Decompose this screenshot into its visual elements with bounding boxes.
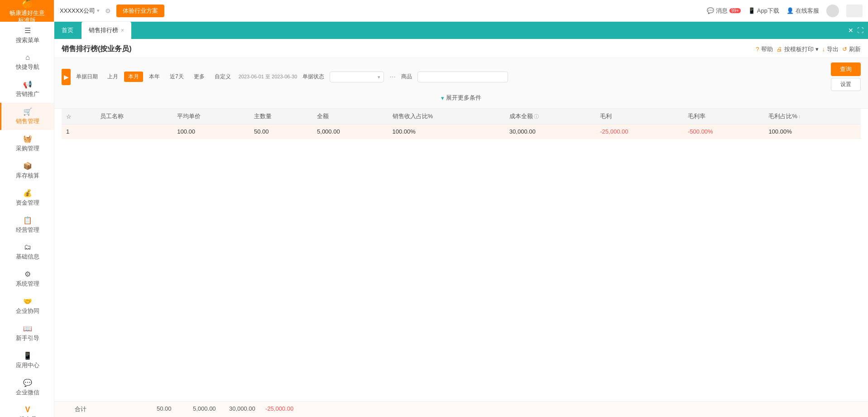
date-opt-7days[interactable]: 近7天 — [166, 72, 188, 82]
status-select[interactable] — [330, 72, 384, 82]
date-range-display: 2023-06-01 至 2023-06-30 — [239, 73, 297, 80]
guide-icon: 📖 — [23, 324, 32, 333]
filter-toggle-button[interactable]: ▶ — [62, 69, 71, 85]
help-icon: ? — [756, 46, 759, 53]
operation-icon: 📋 — [23, 216, 32, 225]
col-rank: ☆ — [62, 109, 96, 125]
sidebar: 🍊 畅康通好生意标准版 ☰ 搜索菜单 ⌂ 快捷导航 📢 营销推广 🛒 销售管理 … — [0, 0, 54, 417]
col-employee: 员工名称 — [96, 109, 173, 125]
footer-quantity: 50.00 — [152, 405, 188, 413]
footer-amount: 5,000.00 — [188, 405, 225, 413]
sidebar-item-search[interactable]: ☰ 搜索菜单 — [0, 22, 54, 49]
home-icon: ⌂ — [25, 53, 30, 62]
refresh-icon: ↺ — [842, 46, 847, 53]
inventory-icon: 📦 — [23, 162, 32, 170]
sidebar-item-sales[interactable]: 🛒 销售管理 — [0, 103, 54, 130]
appcenter-icon: 📱 — [23, 351, 32, 360]
message-button[interactable]: 💬 消息 99+ — [707, 7, 741, 15]
settings-button[interactable]: 设置 — [831, 78, 861, 91]
maximize-icon[interactable]: ⛶ — [857, 27, 863, 34]
finance-icon: 💰 — [23, 189, 32, 197]
sidebar-item-appcenter[interactable]: 📱 应用中心 — [0, 347, 54, 374]
trial-button[interactable]: 体验行业方案 — [116, 5, 164, 17]
avatar[interactable] — [826, 5, 839, 17]
date-opt-more[interactable]: 更多 — [190, 72, 209, 82]
sales-ranking-table: ☆ 员工名称 平均单价 主数量 全额 销售收入占比% 成本全额 ⓘ 毛利 — [62, 109, 861, 139]
user-name-display — [846, 5, 863, 17]
date-opt-this-year[interactable]: 本年 — [145, 72, 164, 82]
sidebar-item-member[interactable]: V 畅会员 — [0, 401, 54, 417]
cell-profit-rate: -500.00% — [683, 125, 764, 139]
refresh-button[interactable]: ↺ 刷新 — [842, 45, 861, 53]
tabbar: 首页 销售排行榜 × ✕ ⛶ — [54, 22, 868, 39]
cell-sales-ratio: 100.00% — [388, 125, 505, 139]
tab-close-icon[interactable]: × — [121, 27, 124, 34]
sidebar-item-system[interactable]: ⚙ 系统管理 — [0, 265, 54, 292]
download-icon: 📱 — [748, 7, 755, 14]
col-profit-rate: 毛利率 — [683, 109, 764, 125]
filter-bar: ▶ 单据日期 上月 本月 本年 近7天 更多 自定义 2023-06-01 至 … — [54, 58, 868, 109]
date-opt-custom[interactable]: 自定义 — [211, 72, 235, 82]
footer-profit: -25,000.00 — [261, 405, 298, 413]
col-profit: 毛利 — [595, 109, 683, 125]
sidebar-item-quicknav[interactable]: ⌂ 快捷导航 — [0, 49, 54, 76]
company-name: XXXXXX公司 — [60, 7, 95, 15]
footer-label: 合计 — [62, 405, 152, 413]
online-service-button[interactable]: 👤 在线客服 — [786, 7, 819, 15]
page-actions: ? 帮助 🖨 按模板打印 ▾ ↓ 导出 ↺ 刷新 — [756, 45, 861, 53]
cell-amount: 5,000.00 — [312, 125, 388, 139]
page-title: 销售排行榜(按业务员) — [62, 44, 132, 54]
wechat-icon: 💬 — [23, 379, 32, 387]
export-button[interactable]: ↓ 导出 — [822, 45, 839, 53]
sidebar-item-basicinfo[interactable]: 🗂 基础信息 — [0, 239, 54, 265]
sidebar-item-guide[interactable]: 📖 新手引导 — [0, 320, 54, 347]
more-options-icon[interactable]: ··· — [389, 73, 395, 81]
date-filter-label: 单据日期 — [76, 73, 98, 81]
app-download-button[interactable]: 📱 App下载 — [748, 7, 779, 15]
sidebar-item-inventory[interactable]: 📦 库存核算 — [0, 157, 54, 184]
cell-avg-price: 100.00 — [173, 125, 249, 139]
cell-quantity: 50.00 — [249, 125, 312, 139]
col-amount: 全额 — [312, 109, 388, 125]
profit-ratio-sort-icon[interactable]: ↕ — [798, 114, 801, 119]
tabbar-right: ✕ ⛶ — [848, 27, 868, 34]
search-button[interactable]: 查询 — [831, 62, 861, 76]
basicinfo-icon: 🗂 — [24, 243, 31, 251]
print-button[interactable]: 🖨 按模板打印 ▾ — [777, 45, 819, 53]
date-opt-last-month[interactable]: 上月 — [103, 72, 122, 82]
logo-icon: 🍊 — [21, 0, 33, 9]
filter-row: ▶ 单据日期 上月 本月 本年 近7天 更多 自定义 2023-06-01 至 … — [62, 62, 861, 91]
col-cost: 成本全额 ⓘ — [505, 109, 595, 125]
member-icon: V — [25, 406, 30, 414]
purchase-icon: 🧺 — [23, 134, 32, 143]
date-opt-this-month[interactable]: 本月 — [124, 72, 143, 82]
company-selector[interactable]: XXXXXX公司 ▾ — [60, 7, 100, 15]
table-footer: 合计 50.00 5,000.00 30,000.00 -25,000.00 — [54, 401, 868, 417]
sidebar-item-enterprise[interactable]: 🤝 企业协同 — [0, 292, 54, 320]
cost-info-icon[interactable]: ⓘ — [534, 113, 539, 120]
filter-actions: 查询 设置 — [831, 62, 861, 91]
col-sales-ratio: 销售收入占比% — [388, 109, 505, 125]
table-row: 1 100.00 50.00 5,000.00 100.00% 30,000.0… — [62, 125, 861, 139]
enterprise-icon: 🤝 — [23, 297, 32, 306]
expand-more-conditions[interactable]: ▾ 展开更多条件 — [62, 91, 861, 104]
help-button[interactable]: ? 帮助 — [756, 45, 772, 53]
goods-input[interactable] — [417, 72, 508, 82]
gear-icon[interactable]: ⚙ — [105, 7, 111, 14]
sidebar-item-marketing[interactable]: 📢 营销推广 — [0, 76, 54, 103]
tab-sales-ranking[interactable]: 销售排行榜 × — [82, 22, 131, 39]
sidebar-item-operation[interactable]: 📋 经营管理 — [0, 211, 54, 239]
print-icon: 🖨 — [777, 46, 782, 53]
sidebar-item-finance[interactable]: 💰 资金管理 — [0, 184, 54, 211]
col-avg-price: 平均单价 — [173, 109, 249, 125]
status-filter-label: 单据状态 — [302, 73, 324, 81]
topbar-right: 💬 消息 99+ 📱 App下载 👤 在线客服 — [707, 5, 863, 17]
sidebar-item-wechat[interactable]: 💬 企业微信 — [0, 374, 54, 401]
footer-cost: 30,000.00 — [225, 405, 261, 413]
cell-cost: 30,000.00 — [505, 125, 595, 139]
tab-home[interactable]: 首页 — [54, 22, 81, 39]
page-header: 销售排行榜(按业务员) ? 帮助 🖨 按模板打印 ▾ ↓ 导出 ↺ 刷新 — [54, 39, 868, 58]
sidebar-item-purchase[interactable]: 🧺 采购管理 — [0, 130, 54, 157]
close-window-icon[interactable]: ✕ — [848, 27, 854, 34]
sales-icon: 🛒 — [23, 107, 32, 116]
